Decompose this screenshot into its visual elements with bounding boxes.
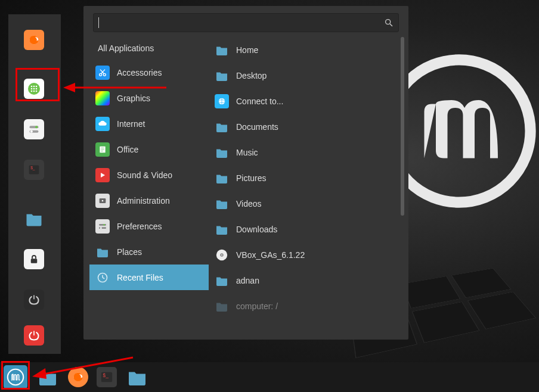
place-label: Videos <box>236 199 262 209</box>
scrollbar-thumb[interactable] <box>401 37 404 216</box>
category-label: Administration <box>117 196 170 206</box>
folder-icon <box>215 69 229 83</box>
category-office[interactable]: Office <box>89 136 209 162</box>
search-field[interactable] <box>93 13 399 32</box>
arrow-to-menu-button <box>29 351 136 381</box>
category-sound-video[interactable]: Sound & Video <box>89 162 209 188</box>
category-label: Accessories <box>117 68 162 77</box>
svg-point-46 <box>221 254 222 255</box>
folder-icon <box>95 245 110 259</box>
folder-icon <box>215 43 229 57</box>
svg-point-0 <box>388 60 530 202</box>
play-icon <box>95 168 110 182</box>
firefox-icon[interactable] <box>24 30 44 50</box>
office-icon <box>95 142 110 157</box>
folder-icon <box>215 145 229 160</box>
place-label: Documents <box>236 122 278 132</box>
place-label: Desktop <box>236 71 267 80</box>
admin-icon <box>95 194 110 208</box>
settings-icon[interactable] <box>24 119 44 139</box>
place-downloads[interactable]: Downloads <box>209 216 405 242</box>
lock-icon[interactable] <box>24 249 44 269</box>
place-desktop[interactable]: Desktop <box>209 63 405 88</box>
folder-icon <box>215 273 229 288</box>
svg-line-22 <box>390 24 392 26</box>
category-label: Recent Files <box>117 273 163 282</box>
place-documents[interactable]: Documents <box>209 114 405 139</box>
place-label: Home <box>236 45 258 55</box>
category-label: Office <box>117 145 138 154</box>
svg-text:$_: $_ <box>30 166 35 170</box>
svg-marker-31 <box>101 172 105 177</box>
place-label: adnan <box>236 276 259 285</box>
svg-rect-36 <box>99 227 106 229</box>
place-label: Music <box>236 148 258 157</box>
category-preferences[interactable]: Preferences <box>89 213 209 239</box>
arrow-to-apps-icon <box>62 79 169 97</box>
place-connect-to[interactable]: Connect to... <box>209 88 405 114</box>
folder-icon <box>215 299 229 313</box>
search-input[interactable] <box>99 18 384 27</box>
category-recent-files[interactable]: Recent Files <box>89 265 209 290</box>
place-adnan[interactable]: adnan <box>209 267 405 293</box>
svg-point-21 <box>386 20 391 24</box>
disc-icon <box>215 248 229 262</box>
highlight-menu-button <box>1 361 30 390</box>
places-column: Home Desktop Connect to... Documents Mus… <box>209 37 405 335</box>
category-label: Internet <box>117 119 145 129</box>
search-icon <box>384 18 394 27</box>
scissors-icon <box>95 66 110 80</box>
svg-point-35 <box>103 224 105 226</box>
svg-point-13 <box>35 126 38 128</box>
files-icon[interactable] <box>24 209 44 229</box>
category-places[interactable]: Places <box>89 239 209 265</box>
category-internet[interactable]: Internet <box>89 111 209 136</box>
folder-icon <box>215 120 229 134</box>
scrollbar[interactable] <box>401 37 404 335</box>
place-computer-root[interactable]: computer: / <box>209 293 405 319</box>
menu-sidebar: $_ <box>8 14 61 354</box>
category-label: Places <box>117 247 142 257</box>
application-menu: All Applications Accessories Graphics In… <box>83 6 408 340</box>
place-videos[interactable]: Videos <box>209 191 405 216</box>
category-administration[interactable]: Administration <box>89 188 209 213</box>
folder-icon <box>215 197 229 211</box>
svg-rect-18 <box>31 259 38 263</box>
category-label: Sound & Video <box>117 170 172 180</box>
place-vbox-gas[interactable]: VBox_GAs_6.1.22 <box>209 242 405 267</box>
svg-rect-34 <box>99 224 106 226</box>
folder-icon <box>215 222 229 237</box>
logout-icon[interactable] <box>24 290 44 310</box>
place-label: VBox_GAs_6.1.22 <box>236 250 305 260</box>
svg-point-37 <box>100 227 102 229</box>
svg-point-33 <box>102 200 104 201</box>
recent-icon <box>95 270 110 285</box>
svg-line-51 <box>44 357 133 374</box>
svg-point-15 <box>30 130 33 133</box>
place-pictures[interactable]: Pictures <box>209 165 405 191</box>
terminal-icon[interactable]: $_ <box>24 160 44 180</box>
place-label: Connect to... <box>236 97 283 106</box>
category-all[interactable]: All Applications <box>89 37 209 60</box>
place-label: Downloads <box>236 225 277 234</box>
svg-line-40 <box>103 278 104 279</box>
svg-marker-52 <box>32 368 47 379</box>
place-music[interactable]: Music <box>209 139 405 165</box>
place-home[interactable]: Home <box>209 37 405 63</box>
connect-icon <box>215 94 229 108</box>
place-label: Pictures <box>236 173 267 183</box>
category-label: All Applications <box>98 43 154 53</box>
prefs-icon <box>95 219 110 234</box>
power-icon[interactable] <box>24 325 44 346</box>
highlight-apps-icon <box>16 68 60 101</box>
category-label: Preferences <box>117 222 162 231</box>
place-label: computer: / <box>236 301 278 311</box>
cloud-icon <box>95 117 110 131</box>
folder-icon <box>215 171 229 185</box>
svg-marker-20 <box>63 83 75 92</box>
